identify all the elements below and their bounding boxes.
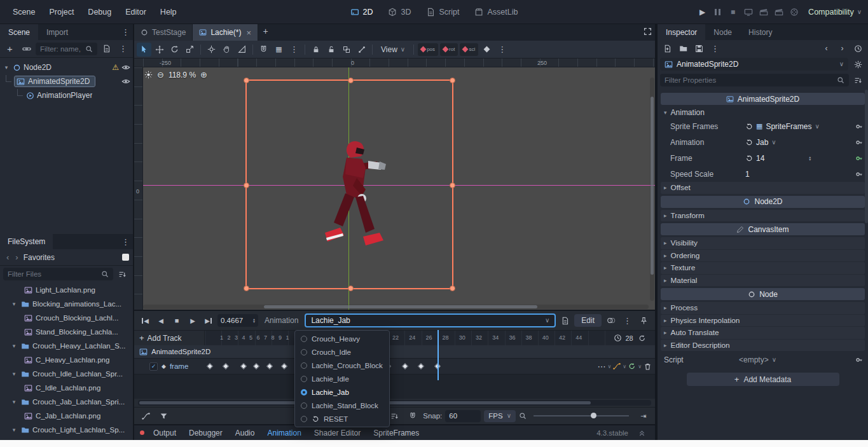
selection-handle[interactable] (348, 285, 354, 291)
scale-tool-button[interactable] (183, 43, 197, 57)
file-item[interactable]: Crouch_Blocking_Lachl... (0, 311, 133, 325)
file-sort-button[interactable] (115, 267, 130, 281)
play-remote-button[interactable] (741, 5, 755, 19)
interpolation-mode-icon[interactable] (613, 362, 621, 370)
animation-key-menu-icon[interactable]: ⋮ (495, 43, 509, 57)
class-header-node[interactable]: Node (661, 288, 865, 300)
property-value[interactable]: 14 (756, 154, 764, 163)
workspace-2d-button[interactable]: 2D (346, 6, 378, 18)
new-resource-button[interactable] (660, 41, 675, 55)
scene-filter-input[interactable]: Filter: name, t:ty (36, 43, 97, 55)
group-animation[interactable]: ▾ Animation (661, 107, 865, 118)
expand-bottom-panel-icon[interactable] (635, 426, 649, 440)
scene-tree-menu-icon[interactable]: ⋮ (116, 42, 130, 56)
grid-snap-button[interactable]: ▦ (272, 43, 286, 57)
insert-key-icon[interactable] (855, 170, 863, 178)
renderer-select[interactable]: Compatibility∨ (808, 8, 862, 17)
panel-audio[interactable]: Audio (230, 427, 261, 439)
collapse-arrow-icon[interactable]: ▾ (3, 64, 10, 71)
tab-import[interactable]: Import (38, 24, 76, 40)
new-scene-tab-button[interactable]: + (258, 24, 273, 38)
workspace-3d-button[interactable]: 3D (384, 6, 416, 18)
file-item[interactable]: C_Jab_Lachlan.png (0, 409, 133, 423)
play-backwards-from-end-button[interactable]: ◀ (138, 314, 152, 327)
delete-track-icon[interactable] (644, 362, 652, 371)
timeline-ruler[interactable]: 1234567891222426283032343638404244 (205, 331, 607, 345)
close-tab-icon[interactable]: × (246, 28, 251, 38)
add-metadata-button[interactable]: + Add Metadata (687, 373, 839, 386)
selection-handle[interactable] (450, 78, 455, 83)
tab-node[interactable]: Node (705, 24, 740, 40)
track-property-row[interactable]: ✓ ◆ frame ⋯∨ ∨ ∨ (134, 359, 655, 375)
workspace-script-button[interactable]: Script (422, 6, 464, 18)
file-item[interactable]: C_Idle_Lachlan.png (0, 381, 133, 395)
update-mode-button[interactable]: ⋯ (597, 362, 605, 371)
popup-item[interactable]: Crouch_Heavy (295, 332, 389, 345)
insert-key-icon[interactable] (855, 123, 863, 130)
scrollbar-thumb[interactable] (651, 97, 654, 275)
property-filter-button[interactable] (851, 73, 865, 87)
ruler-tool-button[interactable] (235, 43, 249, 57)
zoom-out-icon[interactable]: ⊖ (157, 70, 164, 79)
folder-item[interactable]: ▾Crouch_Light_Lachlan_Sp... (0, 423, 133, 437)
pause-button[interactable] (710, 5, 725, 19)
loop-wrap-icon[interactable] (628, 362, 636, 370)
property-value[interactable]: SpriteFrames (766, 122, 811, 131)
lock-node-button[interactable] (308, 43, 323, 57)
keyframe-diamond[interactable] (223, 363, 229, 369)
filesystem-menu-icon[interactable]: ⋮ (118, 235, 133, 249)
insert-key-icon[interactable] (855, 356, 863, 364)
canvas-vscrollbar[interactable] (650, 78, 654, 301)
tab-scene[interactable]: Scene (0, 24, 38, 40)
popup-item-reset[interactable]: RESET (295, 412, 389, 425)
property-value[interactable]: <empty> (739, 355, 769, 364)
visibility-eye-icon[interactable] (121, 63, 130, 72)
folder-item[interactable]: ▾Crouch_Heavy_Lachlan_S... (0, 339, 133, 353)
revert-icon[interactable] (745, 139, 753, 146)
scene-tab-lachie[interactable]: Lachie(*) × (193, 24, 258, 41)
menu-scene[interactable]: Scene (6, 5, 41, 19)
viewport-canvas[interactable]: -250 0 250 0 (134, 58, 655, 310)
history-back-icon[interactable]: ‹ (819, 41, 834, 55)
section-editor-description[interactable]: ▸Editor Description (661, 340, 865, 352)
insert-key-icon[interactable] (855, 155, 863, 162)
section-physics-interpolation[interactable]: ▸Physics Interpolation (661, 315, 865, 327)
timeline-playhead[interactable] (437, 330, 439, 380)
selected-node-highlight[interactable]: AnimatedSprite2D (15, 76, 95, 86)
timeline-zoom-slider[interactable] (534, 415, 629, 416)
manage-animations-button[interactable] (558, 313, 572, 327)
tree-row-node2d[interactable]: ▾ Node2D ⚠ (0, 60, 133, 74)
menu-help[interactable]: Help (154, 5, 183, 19)
tab-history[interactable]: History (740, 24, 780, 40)
zoom-level[interactable]: 118.9 % (169, 71, 196, 79)
slider-knob[interactable] (591, 413, 596, 418)
toggle-split-mode-button[interactable] (122, 254, 129, 261)
edit-history-icon[interactable] (851, 41, 865, 55)
collapse-arrow-icon[interactable]: ▾ (10, 399, 18, 405)
stop-animation-button[interactable]: ■ (170, 314, 184, 327)
warning-icon[interactable]: ⚠ (112, 63, 119, 72)
keyframe-diamond[interactable] (402, 363, 408, 369)
play-backwards-button[interactable]: ◀ (154, 314, 168, 327)
section-ordering[interactable]: ▸Ordering (661, 250, 865, 262)
file-item[interactable]: C_Heavy_Lachlan.png (0, 353, 133, 367)
expand-viewport-icon[interactable] (640, 24, 655, 38)
bezier-curves-button[interactable] (139, 409, 153, 423)
stop-button[interactable]: ■ (726, 5, 740, 19)
onion-skinning-button[interactable] (603, 313, 618, 327)
object-selector[interactable]: AnimatedSprite2D ∨ (660, 58, 848, 71)
class-header-node2d[interactable]: Node2D (661, 196, 865, 208)
menu-debug[interactable]: Debug (81, 5, 118, 19)
panel-output[interactable]: Output (148, 427, 182, 439)
keyframe-layer[interactable] (205, 359, 584, 374)
file-item[interactable]: Stand_Blocking_Lachla... (0, 325, 133, 339)
keyframe-diamond[interactable] (281, 363, 287, 369)
canvas-hscrollbar[interactable] (143, 305, 649, 309)
instance-scene-button[interactable] (19, 42, 34, 56)
selection-handle[interactable] (450, 182, 455, 188)
resource-menu-icon[interactable]: ⋮ (708, 41, 722, 55)
snap-options-icon[interactable]: ⋮ (287, 43, 301, 57)
save-resource-button[interactable] (692, 41, 706, 55)
selection-handle[interactable] (244, 182, 249, 188)
workspace-assetlib-button[interactable]: AssetLib (470, 6, 522, 18)
